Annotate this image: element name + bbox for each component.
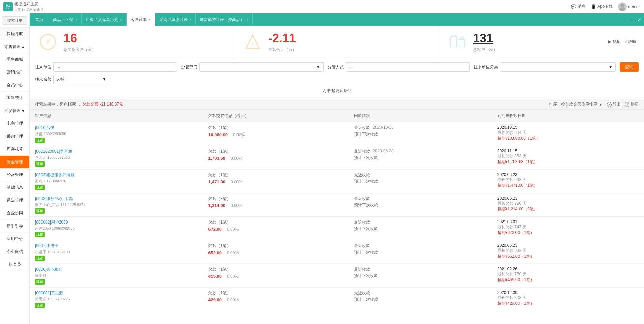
tab-maximize-btn[interactable]: ⤢ (637, 17, 641, 22)
customer-name-5[interactable]: [0007]小进千 (35, 243, 197, 249)
help-btn[interactable]: ? 帮助 (624, 39, 636, 45)
sidebar-item-ecommerce[interactable]: 电商管理 (0, 117, 29, 130)
customer-name-2[interactable]: [0003]畅捷服务尹海燕 (35, 172, 197, 178)
refresh-icon: ↺ (625, 102, 629, 107)
tab-home[interactable]: 首页 (30, 13, 49, 26)
filter-department-select[interactable]: ▼ (199, 62, 323, 72)
overdue-days-7: 最长欠款 808 天 (497, 295, 639, 301)
overdue-amount-2[interactable]: 超期¥1,471.00（1笔） (497, 183, 639, 188)
cell-customer-1: [0001020001]李老师 李老师 18600391516 现销 (30, 146, 203, 170)
sidebar-item-quick-nav[interactable]: 快捷导航 (0, 28, 29, 40)
stat-info-total-customers: 131 总客户（家） (473, 31, 603, 53)
last-collection-label-7: 最近收款 (354, 290, 370, 296)
customer-name-6[interactable]: [0006]去下粮仓 (35, 267, 197, 272)
collection-row-next-5: 预计下次收款 (354, 249, 486, 255)
debt-amount-4[interactable]: 672.00 (208, 227, 222, 232)
tab-customer-account[interactable]: 客户账本 × (127, 13, 155, 26)
sidebar-item-retail-stats[interactable]: 零售统计 (0, 92, 29, 105)
sidebar-item-app-center[interactable]: 应用中心 (0, 233, 29, 245)
overdue-amount-5[interactable]: 超期¥652.00（1笔） (497, 254, 639, 259)
sidebar-item-guide[interactable]: 新手引导 (0, 220, 29, 233)
sidebar-item-basic-info[interactable]: 基础信息 (0, 181, 29, 194)
tab-purchase-product-stats[interactable]: 进货单统计表（按商品） × (196, 13, 253, 26)
customer-name-4[interactable]: [000002]用户2050 (35, 219, 197, 225)
overdue-amount-7[interactable]: 超期¥429.00（1笔） (497, 301, 639, 306)
user-menu[interactable]: demo2 (618, 2, 641, 11)
customer-name-0[interactable]: [0016]吕俊 (35, 125, 197, 131)
cell-collection-3: 最近收款 预计下次收款 (348, 193, 492, 217)
sidebar-item-wholesale-mgmt[interactable]: 批发管理 ▼ (0, 105, 29, 117)
overdue-days-0: 最长欠款 884 天 (497, 130, 639, 136)
tab-customer-account-close[interactable]: × (149, 18, 151, 22)
tab-customer-account-label: 客户账本 (131, 17, 147, 23)
due-date-3: 2020.06.23 (497, 196, 639, 201)
sidebar-item-retail-mgmt[interactable]: 零售管理 ▲ (0, 40, 29, 53)
customer-name-7[interactable]: [000001]黄思源 (35, 290, 197, 296)
last-collection-label-5: 最近收款 (354, 243, 370, 249)
overdue-amount-0[interactable]: 超期¥10,000.00（1笔） (497, 136, 639, 141)
sidebar-item-retail-mall[interactable]: 零售商城 (0, 53, 29, 66)
sidebar-item-system[interactable]: 系统管理 (0, 194, 29, 207)
sidebar-item-enterprise-wechat[interactable]: 企业微信 (0, 245, 29, 258)
export-btn[interactable]: ↗ 导出 (607, 101, 621, 107)
sidebar-item-inventory[interactable]: 库存核算 (0, 143, 29, 156)
collapse-filter-btn[interactable]: ⋀ 收起更多条件 (35, 87, 639, 95)
tab-production-history-close[interactable]: × (120, 18, 122, 22)
stat-value-debt-total: -2.11 (268, 31, 431, 46)
filter-counterparty-input[interactable]: ··· (53, 62, 177, 72)
sidebar-item-finance[interactable]: 资金管理 (0, 156, 29, 169)
sidebar-item-marketing[interactable]: 营销推广 (0, 66, 29, 79)
cell-due-date-2: 2020.06.23 最长欠款 998 天 超期¥1,471.00（1笔） (492, 170, 644, 193)
video-btn[interactable]: ▶ 视频 (608, 39, 620, 45)
debt-amount-7[interactable]: 429.00 (208, 297, 222, 302)
filter-department: 分管部门 ▼ (181, 62, 323, 72)
filter-balance-select[interactable]: 选择... ▼ (53, 75, 109, 84)
debt-amount-5[interactable]: 652.00 (208, 250, 222, 255)
sidebar-item-business-mgmt[interactable]: 经营管理 (0, 169, 29, 181)
overdue-amount-1[interactable]: 超期¥1,703.68（1笔） (497, 159, 639, 165)
debt-pct-3: 0.00% (231, 203, 242, 208)
sidebar-item-enterprise[interactable]: 企业协同 (0, 207, 29, 220)
tab-purchase-stats[interactable]: 采购订单统计表 × (155, 13, 196, 26)
username-label: demo2 (628, 4, 641, 9)
message-btn[interactable]: 💬 消息 (571, 4, 586, 9)
tab-product-listing-close[interactable]: × (75, 18, 77, 22)
debt-amount-3[interactable]: 1,214.00 (208, 203, 225, 208)
search-menu-btn[interactable]: 搜索菜单 (2, 16, 27, 25)
customer-name-1[interactable]: [0001020001]李老师 (35, 149, 197, 154)
tab-purchase-product-stats-close[interactable]: × (246, 18, 248, 22)
filter-balance-arrow: ▼ (102, 77, 106, 82)
overdue-amount-3[interactable]: 超期¥1,214.00（3笔） (497, 206, 639, 212)
filter-category-select[interactable]: ▼ (500, 62, 616, 72)
help-icon: ? (624, 39, 627, 44)
debt-amount-1[interactable]: 1,703.68 (208, 156, 225, 161)
table-row: [0006]去下粮仓 陈小册 现销 欠款（1笔） 455.90 0.00% 最近… (30, 264, 644, 288)
overdue-days-3: 最长欠款 998 天 (497, 201, 639, 206)
query-button[interactable]: 查询 (620, 62, 639, 72)
debt-amount-2[interactable]: 1,471.00 (208, 179, 225, 184)
tab-production-history[interactable]: 产成品入库单历史 × (82, 13, 127, 26)
customer-contact-1: 李老师 18600391516 (35, 155, 197, 160)
customer-contact-5: 小进千 18279152100 (35, 249, 197, 255)
tab-minimize-btn[interactable]: — (631, 17, 635, 22)
overdue-amount-4[interactable]: 超期¥672.00（1笔） (497, 230, 639, 236)
wholesale-label: 批发管理 (4, 108, 21, 114)
overdue-amount-6[interactable]: 超期¥455.90（1笔） (497, 277, 639, 283)
customer-name-3[interactable]: [0002]服务中心_丁磊 (35, 196, 197, 202)
filter-person-input[interactable]: ··· (346, 62, 470, 72)
tab-product-listing[interactable]: 商品上下架 × (49, 13, 82, 26)
app-download-btn[interactable]: 📱 App下载 (591, 4, 613, 9)
collection-row-last-1: 最近收款 2020-06-30 (354, 149, 486, 154)
stat-value-total-customers: 131 (473, 31, 603, 46)
debt-amount-6[interactable]: 455.90 (208, 274, 222, 279)
video-label: 视频 (612, 39, 620, 45)
sidebar-item-member-center[interactable]: 会员中心 (0, 79, 29, 92)
sort-select[interactable]: 排序：按欠款金额倒序排序 ▼ (549, 101, 603, 107)
sidebar-item-procurement[interactable]: 采购管理 (0, 130, 29, 143)
tab-purchase-stats-close[interactable]: × (190, 18, 192, 22)
refresh-btn[interactable]: ↺ 刷新 (625, 101, 639, 107)
debt-amount-0[interactable]: 10,000.00 (208, 132, 228, 137)
debt-count-2: 欠款（1笔） (208, 172, 343, 178)
sidebar-item-vip[interactable]: 畅会员 (0, 258, 29, 271)
due-date-5: 2020.06.23 (497, 243, 639, 248)
